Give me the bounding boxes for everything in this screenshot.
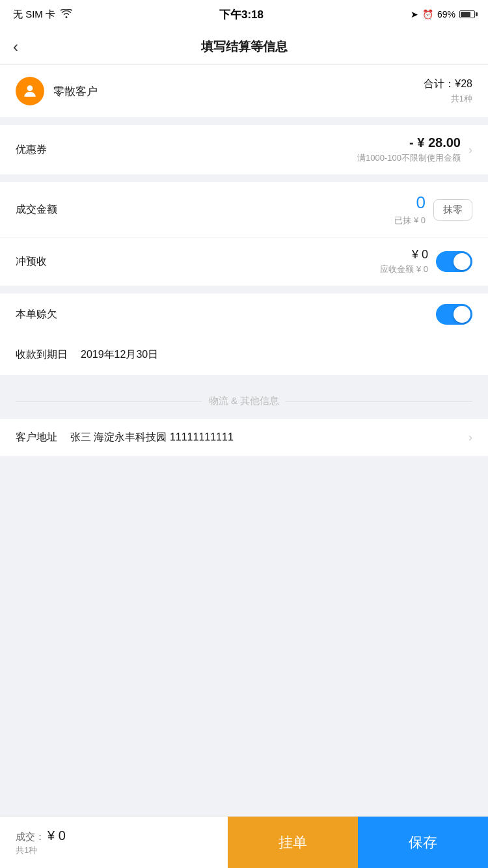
prepayment-toggle[interactable] — [436, 251, 472, 272]
empty-area — [0, 464, 488, 594]
due-date-label: 收款到期日 — [16, 348, 68, 362]
toggle-knob — [454, 253, 470, 270]
due-date-row: 收款到期日 2019年12月30日 — [0, 335, 488, 375]
transaction-amount-right: 已抹 ¥ 0 抹零 — [214, 193, 472, 226]
round-zero-button[interactable]: 抹零 — [433, 199, 472, 221]
debt-label: 本单赊欠 — [16, 308, 57, 321]
status-time: 下午3:18 — [219, 7, 264, 22]
bottom-transaction-label: 成交： — [16, 831, 45, 843]
location-icon: ➤ — [411, 9, 418, 20]
logistics-header: 物流 & 其他信息 — [0, 383, 488, 419]
status-right: ➤ ⏰ 69% — [411, 9, 475, 20]
bottom-transaction-line: 成交： ¥ 0 — [16, 828, 228, 843]
back-button[interactable]: ‹ — [13, 38, 18, 56]
content: 零散客户 合计：¥28 共1种 优惠券 - ¥ 28.00 满1000-100不… — [0, 65, 488, 653]
prepayment-sub: 应收金额 ¥ 0 — [380, 264, 428, 275]
alarm-icon: ⏰ — [422, 9, 433, 20]
customer-section: 零散客户 合计：¥28 共1种 — [0, 65, 488, 117]
address-label: 客户地址 — [16, 431, 57, 444]
battery-percent: 69% — [437, 9, 455, 20]
transaction-amount-row: 成交金额 已抹 ¥ 0 抹零 — [0, 182, 488, 237]
transaction-value-area: 已抹 ¥ 0 — [214, 193, 426, 226]
person-icon — [21, 83, 38, 100]
address-value: 张三 海淀永丰科技园 11111111111 — [70, 431, 455, 444]
coupon-section: 优惠券 - ¥ 28.00 满1000-100不限制使用金额 › — [0, 125, 488, 174]
address-chevron-icon: › — [468, 431, 472, 444]
status-left: 无 SIM 卡 — [13, 8, 72, 21]
chevron-right-icon: › — [468, 143, 472, 157]
bottom-amount: ¥ 0 — [47, 828, 66, 843]
no-sim-label: 无 SIM 卡 — [13, 8, 55, 21]
page-title: 填写结算等信息 — [201, 38, 288, 55]
bottom-count: 共1种 — [16, 845, 228, 856]
svg-point-0 — [27, 85, 33, 91]
address-section: 客户地址 张三 海淀永丰科技园 11111111111 › — [0, 419, 488, 456]
transaction-section: 成交金额 已抹 ¥ 0 抹零 冲预收 ¥ 0 应收金额 ¥ 0 — [0, 182, 488, 286]
coupon-label: 优惠券 — [16, 143, 47, 157]
coupon-value-area: - ¥ 28.00 满1000-100不限制使用金额 — [357, 135, 461, 164]
debt-toggle-knob — [454, 306, 470, 323]
bottom-info: 成交： ¥ 0 共1种 — [0, 828, 228, 856]
coupon-right: - ¥ 28.00 满1000-100不限制使用金额 › — [357, 135, 472, 164]
transaction-amount-input[interactable] — [214, 193, 426, 213]
customer-left: 零散客户 — [16, 77, 98, 105]
status-bar: 无 SIM 卡 下午3:18 ➤ ⏰ 69% — [0, 0, 488, 29]
customer-count: 共1种 — [424, 93, 472, 105]
debt-section: 本单赊欠 收款到期日 2019年12月30日 — [0, 293, 488, 375]
prepayment-value-area: ¥ 0 应收金额 ¥ 0 — [380, 248, 428, 275]
hang-order-button[interactable]: 挂单 — [228, 817, 358, 869]
debt-toggle[interactable] — [436, 304, 472, 325]
transaction-sub: 已抹 ¥ 0 — [214, 215, 426, 226]
customer-name: 零散客户 — [53, 84, 98, 99]
logistics-label: 物流 & 其他信息 — [209, 395, 279, 407]
address-row[interactable]: 客户地址 张三 海淀永丰科技园 11111111111 › — [0, 419, 488, 456]
customer-avatar — [16, 77, 44, 105]
prepayment-right: ¥ 0 应收金额 ¥ 0 — [380, 248, 472, 275]
bottom-bar: 成交： ¥ 0 共1种 挂单 保存 — [0, 816, 488, 868]
battery-icon — [459, 10, 475, 18]
prepayment-row: 冲预收 ¥ 0 应收金额 ¥ 0 — [0, 237, 488, 286]
debt-row: 本单赊欠 — [0, 293, 488, 335]
wifi-icon — [61, 9, 72, 20]
nav-bar: ‹ 填写结算等信息 — [0, 29, 488, 65]
save-button[interactable]: 保存 — [358, 817, 488, 869]
due-date-value[interactable]: 2019年12月30日 — [81, 348, 158, 362]
transaction-amount-label: 成交金额 — [16, 203, 57, 217]
customer-total-area: 合计：¥28 共1种 — [424, 77, 472, 105]
prepayment-label: 冲预收 — [16, 255, 47, 269]
coupon-row[interactable]: 优惠券 - ¥ 28.00 满1000-100不限制使用金额 › — [0, 125, 488, 174]
coupon-discount: - ¥ 28.00 — [357, 135, 461, 150]
coupon-sub: 满1000-100不限制使用金额 — [357, 152, 461, 164]
customer-total: 合计：¥28 — [424, 77, 472, 91]
prepayment-value: ¥ 0 — [380, 248, 428, 262]
